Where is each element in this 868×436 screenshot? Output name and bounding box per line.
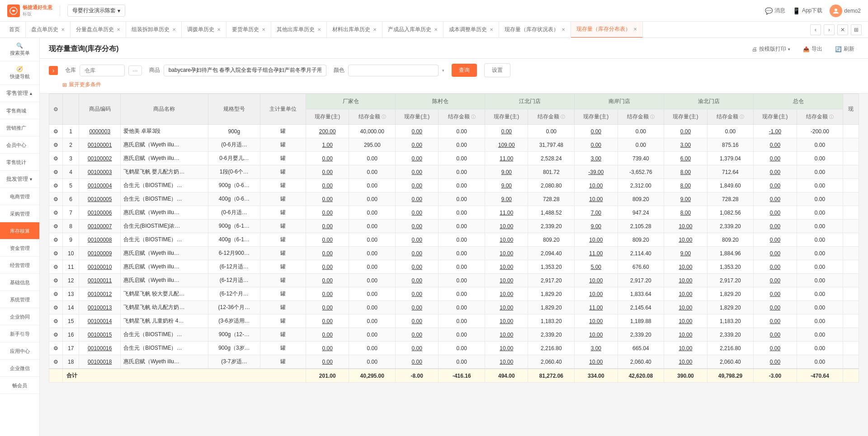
th-settings: ⚙ bbox=[49, 94, 63, 125]
settings-btn[interactable]: 设置 bbox=[484, 63, 510, 77]
cell-settings[interactable]: ⚙ bbox=[49, 152, 63, 165]
tab-11[interactable]: 现存量（库存分布表） ✕ bbox=[571, 22, 643, 38]
sidebar-item-retail-stats[interactable]: 零售统计 bbox=[0, 154, 39, 171]
product-input[interactable] bbox=[164, 65, 326, 76]
tab-8[interactable]: 产成品入库单历史 ✕ bbox=[382, 22, 443, 38]
color-input[interactable] bbox=[348, 65, 439, 76]
cell-jb-amt: 1,183.20 bbox=[528, 314, 575, 328]
cell-f-amt: 0.00 bbox=[349, 192, 396, 206]
collapse-arrow[interactable]: › bbox=[49, 66, 58, 75]
cell-name: 爱他美 卓翠3段 bbox=[121, 125, 208, 138]
cell-f-stock: 0.00 bbox=[306, 220, 349, 233]
query-btn[interactable]: 查询 bbox=[452, 64, 477, 77]
cell-name: 惠氏启赋（Wyeth illu… bbox=[121, 152, 208, 165]
sidebar-item-member2[interactable]: 畅会员 bbox=[0, 377, 39, 394]
cell-settings[interactable]: ⚙ bbox=[49, 328, 63, 342]
cell-settings[interactable]: ⚙ bbox=[49, 165, 63, 179]
cell-settings[interactable]: ⚙ bbox=[49, 342, 63, 355]
cell-na-stock: -39.00 bbox=[575, 165, 618, 179]
cell-settings[interactable]: ⚙ bbox=[49, 220, 63, 233]
cell-f-stock: 0.00 bbox=[306, 342, 349, 355]
sidebar-item-enterprise[interactable]: 企业协同 bbox=[0, 308, 39, 325]
sidebar-item-retail-mgmt[interactable]: 零售管理 ▲ bbox=[0, 85, 39, 102]
tab-3[interactable]: 组装拆卸单历史 ✕ bbox=[126, 22, 182, 38]
cell-c-amt: 0.00 bbox=[439, 301, 485, 314]
warehouse-dots-btn[interactable]: ··· bbox=[128, 66, 142, 75]
warehouse-input[interactable] bbox=[80, 65, 125, 76]
tab-5[interactable]: 要货单历史 ✕ bbox=[226, 22, 271, 38]
sidebar-item-ecommerce[interactable]: 电商管理 bbox=[0, 188, 39, 205]
tab-home[interactable]: 首页 bbox=[4, 22, 26, 38]
cell-jb-stock: 10.00 bbox=[485, 301, 528, 314]
cell-tot-stock: 0.00 bbox=[754, 355, 797, 369]
tab-9[interactable]: 成本调整单历史 ✕ bbox=[443, 22, 499, 38]
top-bar-left: 畅捷通好生意 标版 母婴行业演示陈套 ▾ bbox=[7, 4, 125, 17]
th-jiangbei: 江北门店 bbox=[485, 94, 575, 109]
cell-na-amt: 739.40 bbox=[618, 152, 664, 165]
industry-selector[interactable]: 母婴行业演示陈套 ▾ bbox=[67, 5, 125, 17]
warehouse-label: 仓库 bbox=[65, 66, 76, 74]
sidebar-item-wholesale[interactable]: 批发管理 ▼ bbox=[0, 171, 39, 188]
sidebar-item-marketing[interactable]: 营销推广 bbox=[0, 119, 39, 136]
cell-settings[interactable]: ⚙ bbox=[49, 274, 63, 287]
sidebar-item-operation[interactable]: 经营管理 bbox=[0, 257, 39, 274]
sidebar-item-retail-mall[interactable]: 零售商城 bbox=[0, 102, 39, 119]
tab-prev-btn[interactable]: ‹ bbox=[810, 24, 821, 35]
tab-4[interactable]: 调拨单历史 ✕ bbox=[182, 22, 226, 38]
sidebar-item-member[interactable]: 会员中心 bbox=[0, 136, 39, 154]
svg-point-1 bbox=[835, 9, 837, 11]
cell-tot-amt: 0.00 bbox=[797, 274, 843, 287]
cell-settings[interactable]: ⚙ bbox=[49, 125, 63, 138]
cell-settings[interactable]: ⚙ bbox=[49, 260, 63, 274]
tab-1[interactable]: 盘点单历史 ✕ bbox=[26, 22, 71, 38]
tab-7[interactable]: 材料出库单历史 ✕ bbox=[327, 22, 382, 38]
cell-settings[interactable]: ⚙ bbox=[49, 355, 63, 369]
cell-settings[interactable]: ⚙ bbox=[49, 314, 63, 328]
cell-f-amt: 0.00 bbox=[349, 206, 396, 220]
cell-na-amt: 2,145.64 bbox=[618, 301, 664, 314]
cell-cur bbox=[843, 247, 859, 260]
th-unit: 主计量单位 bbox=[260, 94, 306, 125]
sidebar-item-inventory[interactable]: 库存核算 bbox=[0, 222, 39, 239]
color-dropdown-btn[interactable]: ▾ bbox=[442, 68, 444, 73]
cell-na-amt: 947.24 bbox=[618, 206, 664, 220]
cell-tot-stock: 0.00 bbox=[754, 301, 797, 314]
refresh-btn[interactable]: 🔄 刷新 bbox=[830, 43, 859, 55]
tab-10[interactable]: 现存量（库存状况表） ✕ bbox=[499, 22, 571, 38]
export-btn[interactable]: 📤 导出 bbox=[798, 43, 827, 55]
tab-next-btn[interactable]: › bbox=[824, 24, 835, 35]
message-btn[interactable]: 💬 消息 bbox=[765, 7, 785, 14]
cell-unit: 罐 bbox=[260, 206, 306, 220]
sidebar-item-system[interactable]: 系统管理 bbox=[0, 291, 39, 308]
cell-settings[interactable]: ⚙ bbox=[49, 287, 63, 301]
cell-settings[interactable]: ⚙ bbox=[49, 233, 63, 247]
cell-settings[interactable]: ⚙ bbox=[49, 179, 63, 192]
sidebar-item-basic[interactable]: 基础信息 bbox=[0, 274, 39, 291]
sidebar-item-nav[interactable]: 🧭 快捷导航 bbox=[0, 61, 39, 85]
cell-settings[interactable]: ⚙ bbox=[49, 192, 63, 206]
sidebar-item-purchase[interactable]: 采购管理 bbox=[0, 205, 39, 222]
cell-settings[interactable]: ⚙ bbox=[49, 301, 63, 314]
cell-spec: 900g（3岁… bbox=[208, 342, 260, 355]
cell-c-stock: 0.00 bbox=[396, 342, 439, 355]
cell-settings[interactable]: ⚙ bbox=[49, 247, 63, 260]
table-row: ⚙ 17 00100016 合生元（BIOSTIME）… 900g（3岁… 罐 … bbox=[49, 342, 859, 355]
print-btn[interactable]: 🖨 按模版打印 ▾ bbox=[747, 43, 795, 55]
sidebar-item-apps[interactable]: 应用中心 bbox=[0, 342, 39, 360]
sidebar-item-finance[interactable]: 资金管理 bbox=[0, 239, 39, 257]
cell-settings[interactable]: ⚙ bbox=[49, 206, 63, 220]
tab-expand-btn[interactable]: ⊞ bbox=[851, 24, 862, 35]
cell-f-amt: 0.00 bbox=[349, 355, 396, 369]
expand-conditions-btn[interactable]: ⊞ 展开更多条件 bbox=[62, 81, 859, 89]
cell-na-stock: 5.00 bbox=[575, 260, 618, 274]
sidebar-item-wechat[interactable]: 企业微信 bbox=[0, 360, 39, 377]
user-avatar[interactable]: demo2 bbox=[830, 5, 861, 17]
sidebar-item-search[interactable]: 🔍 搜索英单 bbox=[0, 38, 39, 61]
cell-tot-stock: 0.00 bbox=[754, 165, 797, 179]
tab-2[interactable]: 分量盘点单历史 ✕ bbox=[71, 22, 126, 38]
cell-settings[interactable]: ⚙ bbox=[49, 138, 63, 152]
app-download-btn[interactable]: 📱 App下载 bbox=[793, 7, 822, 14]
tab-6[interactable]: 其他出库单历史 ✕ bbox=[271, 22, 327, 38]
sidebar-item-guide[interactable]: 新手引导 bbox=[0, 325, 39, 342]
tab-close-all-btn[interactable]: ✕ bbox=[837, 24, 848, 35]
